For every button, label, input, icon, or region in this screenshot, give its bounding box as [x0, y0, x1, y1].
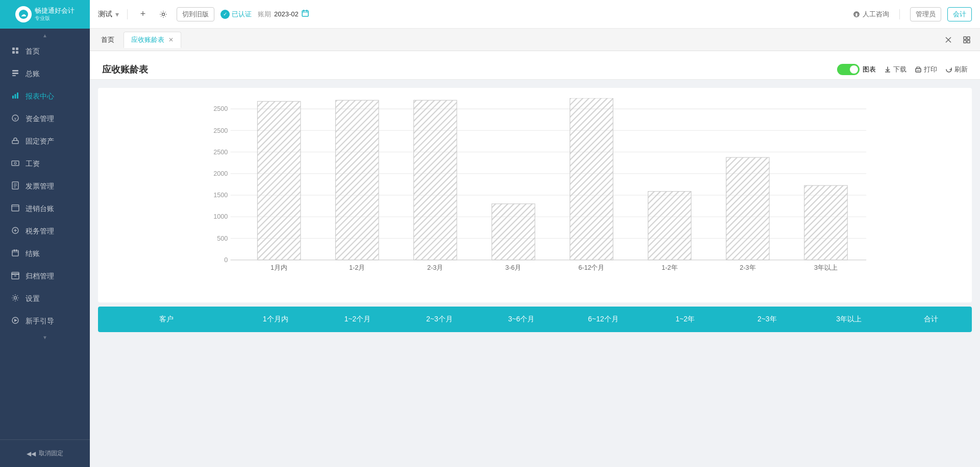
sidebar-item-reports-label: 报表中心 — [26, 92, 54, 101]
sidebar-item-invoices-label: 发票管理 — [26, 182, 54, 191]
tab-home[interactable]: 首页 — [94, 32, 121, 48]
download-button[interactable]: 下载 — [884, 65, 906, 74]
print-label: 打印 — [924, 65, 937, 74]
bar-1月内 — [257, 101, 300, 260]
sidebar-item-invoices[interactable]: 发票管理 — [0, 175, 90, 198]
col-1-2y: 1~2年 — [644, 307, 726, 332]
sidebar-item-reports[interactable]: 报表中心 — [0, 85, 90, 108]
sidebar-item-settings-label: 设置 — [26, 294, 40, 303]
period-label: 账期 — [258, 10, 271, 19]
svg-rect-26 — [12, 250, 18, 256]
bar-3-6月 — [492, 204, 535, 260]
tabbar-right-actions — [941, 33, 976, 47]
col-3-6m: 3~6个月 — [480, 307, 562, 332]
col-2-3m: 2~3个月 — [399, 307, 481, 332]
svg-rect-6 — [12, 70, 18, 72]
archive-icon — [10, 271, 20, 282]
guide-icon — [10, 316, 20, 326]
dropdown-icon: ▾ — [115, 10, 119, 18]
col-1-2m: 1~2个月 — [316, 307, 399, 332]
sidebar-item-funds[interactable]: ¥ 资金管理 — [0, 108, 90, 130]
verified-label: 已认证 — [232, 10, 252, 19]
svg-rect-14 — [12, 141, 18, 144]
sidebar-item-closing[interactable]: 结账 — [0, 243, 90, 265]
bar-2-3年 — [726, 157, 769, 260]
sidebar-item-archive[interactable]: 归档管理 — [0, 265, 90, 288]
svg-text:2500: 2500 — [213, 149, 228, 156]
cancel-fixed-button[interactable]: ◀◀ 取消固定 — [0, 445, 90, 462]
topbar: 测试 ▾ + 切到旧版 ✓ 已认证 账期 2023-02 人工咨询 — [90, 0, 980, 29]
manager-button[interactable]: 管理员 — [910, 7, 941, 21]
refresh-label: 刷新 — [954, 65, 968, 74]
svg-rect-43 — [857, 14, 859, 16]
sidebar-item-ledger-label: 总账 — [26, 69, 40, 79]
refresh-icon — [945, 66, 952, 73]
role-button[interactable]: 会计 — [947, 7, 972, 21]
project-selector[interactable]: 测试 ▾ — [98, 10, 119, 19]
svg-rect-48 — [964, 40, 966, 43]
tab-expand-button[interactable] — [960, 33, 974, 47]
toggle-thumb — [850, 65, 858, 74]
svg-rect-4 — [12, 51, 15, 54]
help-button[interactable]: 人工咨询 — [852, 10, 889, 19]
sidebar-item-settings[interactable]: 设置 — [0, 288, 90, 310]
sidebar-item-guide[interactable]: 新手引导 — [0, 310, 90, 333]
svg-rect-5 — [16, 51, 18, 54]
home-icon — [10, 46, 20, 57]
x-label-1-2年: 1-2年 — [662, 264, 677, 271]
svg-text:1000: 1000 — [213, 213, 228, 220]
bar-2-3月 — [414, 100, 457, 260]
tab-aging-label: 应收账龄表 — [131, 35, 164, 44]
manager-label: 管理员 — [916, 10, 936, 18]
col-3y-plus: 3年以上 — [808, 307, 890, 332]
calendar-icon[interactable] — [302, 10, 309, 18]
reports-icon — [10, 91, 20, 102]
x-label-2-3月: 2-3月 — [427, 264, 443, 271]
chart-toggle[interactable] — [837, 64, 860, 75]
sidebar-nav: ▲ 首页 总账 报表中心 ¥ 资金管理 — [0, 29, 90, 439]
tab-home-label: 首页 — [101, 35, 114, 44]
sidebar-item-tax[interactable]: 税务管理 — [0, 220, 90, 243]
sales-icon — [10, 204, 20, 214]
sidebar-logo: ☁ 畅捷通好会计 专业版 — [0, 0, 90, 29]
project-name: 测试 — [98, 10, 112, 19]
svg-text:0: 0 — [224, 256, 228, 264]
old-version-label: 切到旧版 — [182, 10, 209, 18]
svg-rect-9 — [12, 96, 14, 99]
tab-aging[interactable]: 应收账龄表 ✕ — [124, 32, 181, 48]
page-header: 应收账龄表 图表 下载 — [90, 51, 980, 80]
sidebar-item-payroll[interactable]: 工资 — [0, 153, 90, 175]
print-icon — [915, 66, 922, 73]
print-button[interactable]: 打印 — [915, 65, 937, 74]
page-actions: 图表 下载 打印 刷新 — [837, 64, 968, 75]
logo-subtitle: 专业版 — [35, 15, 75, 22]
sidebar-item-home[interactable]: 首页 — [0, 40, 90, 63]
x-label-1月内: 1月内 — [271, 264, 287, 271]
sidebar-item-assets[interactable]: 固定资产 — [0, 130, 90, 153]
col-customer: 客户 — [98, 307, 235, 332]
add-company-button[interactable]: + — [136, 7, 150, 21]
x-icon — [944, 36, 952, 44]
verified-badge: ✓ 已认证 — [220, 10, 252, 19]
col-total: 合计 — [890, 307, 972, 332]
tab-collapse-button[interactable] — [941, 33, 955, 47]
assets-icon — [10, 136, 20, 147]
bar-1-2年 — [648, 192, 691, 260]
tab-close-icon[interactable]: ✕ — [168, 36, 174, 43]
svg-rect-10 — [15, 94, 16, 99]
refresh-button[interactable]: 刷新 — [945, 65, 968, 74]
chart-toggle-label: 图表 — [863, 65, 876, 74]
ledger-icon — [10, 69, 20, 79]
sidebar-item-sales[interactable]: 进销台账 — [0, 198, 90, 220]
old-version-button[interactable]: 切到旧版 — [177, 7, 214, 21]
closing-icon — [10, 249, 20, 259]
svg-rect-7 — [12, 73, 18, 74]
svg-point-16 — [14, 162, 16, 165]
sidebar-item-ledger[interactable]: 总账 — [0, 63, 90, 85]
x-label-2-3年: 2-3年 — [740, 264, 755, 271]
help-label: 人工咨询 — [863, 10, 889, 19]
svg-point-33 — [14, 297, 17, 299]
x-label-6-12月: 6-12个月 — [578, 264, 604, 271]
topbar-settings-button[interactable] — [156, 7, 170, 21]
content-area: 应收账龄表 图表 下载 — [90, 51, 980, 467]
